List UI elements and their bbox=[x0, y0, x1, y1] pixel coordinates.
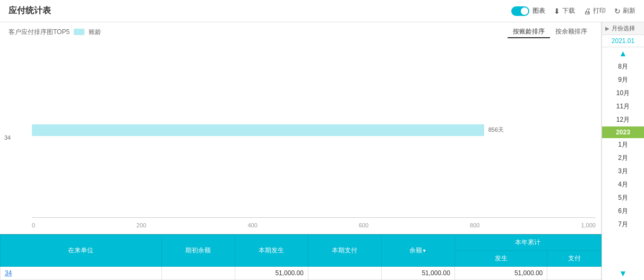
toggle-knob bbox=[521, 7, 528, 15]
print-icon: 🖨 bbox=[583, 7, 591, 15]
legend-box bbox=[74, 29, 84, 35]
sidebar-month-12[interactable]: 12月 bbox=[602, 113, 644, 126]
x-tick-0: 0 bbox=[32, 222, 35, 228]
cell-ytd-occ: 51,000.00 bbox=[454, 267, 547, 280]
toggle-label: 图表 bbox=[533, 6, 545, 15]
month-sidebar: ▶ 月份选择 2021.01 ▲ 8月 9月 10月 11月 12月 2023 … bbox=[602, 22, 644, 280]
sidebar-year-value[interactable]: 2021.01 bbox=[602, 35, 644, 47]
col-current-occ: 本期发生 bbox=[235, 235, 308, 267]
table-row: 34 51,000.00 51,000.00 51,000.00 bbox=[1, 267, 602, 280]
sort-by-age-button[interactable]: 按账龄排序 bbox=[508, 26, 550, 38]
sidebar-up-button[interactable]: ▲ bbox=[602, 47, 644, 60]
print-label: 打印 bbox=[593, 6, 606, 15]
sidebar-month-7[interactable]: 7月 bbox=[602, 218, 644, 231]
download-label: 下载 bbox=[562, 6, 575, 15]
sidebar-month-10[interactable]: 10月 bbox=[602, 87, 644, 100]
cell-current-pay bbox=[308, 267, 381, 280]
sidebar-month-2[interactable]: 2月 bbox=[602, 151, 644, 165]
refresh-icon: ↻ bbox=[614, 7, 621, 15]
x-axis-ticks: 0 200 400 600 800 1,000 bbox=[32, 222, 596, 228]
col-balance: 余额▼ bbox=[381, 235, 454, 267]
chart-y-label: 34 bbox=[4, 134, 11, 141]
cell-current-occ: 51,000.00 bbox=[235, 267, 308, 280]
download-icon: ⬇ bbox=[554, 7, 560, 15]
col-opening: 期初余额 bbox=[161, 235, 235, 267]
sort-by-balance-button[interactable]: 按余额排序 bbox=[550, 26, 593, 38]
col-ytd-pay: 支付 bbox=[547, 251, 602, 267]
x-tick-800: 800 bbox=[470, 222, 479, 228]
refresh-button[interactable]: ↻ 刷新 bbox=[614, 6, 636, 15]
chart-bar bbox=[32, 124, 484, 136]
download-button[interactable]: ⬇ 下载 bbox=[554, 6, 575, 15]
sort-buttons: 按账龄排序 按余额排序 bbox=[508, 26, 593, 38]
chart-toggle[interactable] bbox=[511, 6, 529, 16]
x-tick-400: 400 bbox=[247, 222, 257, 228]
chart-toggle-wrap[interactable]: 图表 bbox=[511, 6, 545, 16]
table-header-row1: 在来单位 期初余额 本期发生 本期支付 余额▼ 本年累计 bbox=[1, 235, 602, 251]
chart-section: 客户应付排序图TOP5 账龄 按账龄排序 按余额排序 34 bbox=[0, 22, 602, 234]
col-ytd: 本年累计 bbox=[454, 235, 601, 251]
sidebar-title: 月份选择 bbox=[612, 24, 635, 32]
sidebar-month-9[interactable]: 9月 bbox=[602, 73, 644, 87]
x-tick-1000: 1,000 bbox=[581, 222, 596, 228]
sidebar-month-4[interactable]: 4月 bbox=[602, 178, 644, 191]
col-unit: 在来单位 bbox=[1, 235, 162, 267]
data-table: 在来单位 期初余额 本期发生 本期支付 余额▼ 本年累计 发生 支付 bbox=[0, 234, 602, 280]
cell-unit: 34 bbox=[1, 267, 162, 280]
sidebar-month-8[interactable]: 8月 bbox=[602, 60, 644, 73]
x-tick-200: 200 bbox=[136, 222, 146, 228]
chart-legend: 客户应付排序图TOP5 账龄 bbox=[8, 28, 101, 37]
sidebar-months-list: 8月 9月 10月 11月 12月 2023 1月 2月 3月 4月 5月 6月… bbox=[602, 60, 644, 267]
sidebar-month-5[interactable]: 5月 bbox=[602, 191, 644, 205]
sidebar-month-11[interactable]: 11月 bbox=[602, 100, 644, 113]
sidebar-year-2023: 2023 bbox=[602, 126, 644, 138]
x-axis-line bbox=[32, 217, 596, 218]
bar-label: 856天 bbox=[488, 126, 504, 134]
main-area: 客户应付排序图TOP5 账龄 按账龄排序 按余额排序 34 bbox=[0, 22, 644, 280]
sidebar-month-1[interactable]: 1月 bbox=[602, 138, 644, 151]
sidebar-down-button[interactable]: ▼ bbox=[602, 267, 644, 280]
cell-ytd-pay bbox=[547, 267, 602, 280]
table-section: 在来单位 期初余额 本期发生 本期支付 余额▼ 本年累计 发生 支付 bbox=[0, 234, 602, 280]
sidebar-arrow-icon: ▶ bbox=[605, 26, 609, 31]
chart-header: 客户应付排序图TOP5 账龄 按账龄排序 按余额排序 bbox=[0, 22, 601, 41]
print-button[interactable]: 🖨 打印 bbox=[583, 6, 606, 15]
page-title: 应付统计表 bbox=[8, 5, 51, 16]
cell-opening bbox=[161, 267, 235, 280]
col-ytd-occ: 发生 bbox=[454, 251, 547, 267]
sidebar-month-3[interactable]: 3月 bbox=[602, 165, 644, 178]
col-current-pay: 本期支付 bbox=[308, 235, 381, 267]
header-actions: 图表 ⬇ 下载 🖨 打印 ↻ 刷新 bbox=[511, 6, 636, 16]
refresh-label: 刷新 bbox=[623, 6, 636, 15]
sidebar-month-6[interactable]: 6月 bbox=[602, 205, 644, 218]
legend-box-label: 账龄 bbox=[89, 28, 101, 37]
left-content: 客户应付排序图TOP5 账龄 按账龄排序 按余额排序 34 bbox=[0, 22, 602, 280]
cell-balance: 51,000.00 bbox=[381, 267, 454, 280]
x-tick-600: 600 bbox=[359, 222, 368, 228]
unit-link[interactable]: 34 bbox=[5, 269, 12, 277]
legend-text: 客户应付排序图TOP5 bbox=[8, 28, 70, 37]
header: 应付统计表 图表 ⬇ 下载 🖨 打印 ↻ 刷新 bbox=[0, 0, 644, 22]
